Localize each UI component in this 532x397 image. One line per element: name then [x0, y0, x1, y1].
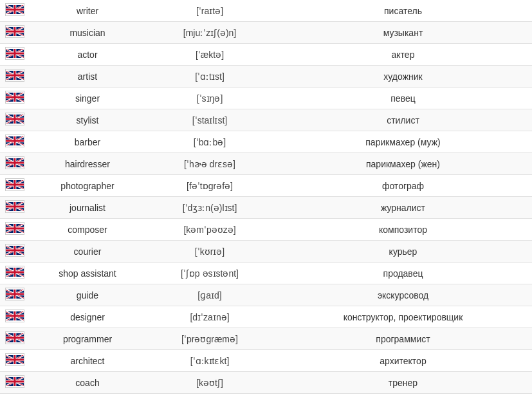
transcription: [ˈɑːtɪst]: [145, 66, 274, 88]
flag-cell: [0, 350, 30, 372]
table-row: guide [ɡaɪd] экскурсовод: [0, 284, 532, 306]
english-word: artist: [30, 66, 145, 88]
transcription: [ˈkʊrɪə]: [145, 241, 274, 263]
english-word: athlete: [30, 394, 145, 398]
uk-flag-icon: [5, 200, 24, 213]
flag-cell: [0, 22, 30, 44]
english-word: writer: [30, 0, 145, 22]
flag-cell: [0, 0, 30, 22]
flag-cell: [0, 328, 30, 350]
transcription: [ˈæθɪliːt]: [145, 394, 274, 398]
table-row: actor [ˈæktə] актер: [0, 44, 532, 66]
english-word: courier: [30, 241, 145, 263]
russian-translation: спортсмен: [274, 394, 532, 398]
russian-translation: программист: [274, 328, 532, 350]
table-row: hairdresser [ˈhɚə drɛsə] парикмахер (жен…: [0, 153, 532, 175]
flag-cell: [0, 66, 30, 88]
english-word: shop assistant: [30, 263, 145, 284]
vocabulary-table: writer [ˈraɪtə] писатель musician [mjuːˈ…: [0, 0, 532, 397]
table-row: courier [ˈkʊrɪə] курьер: [0, 241, 532, 263]
flag-cell: [0, 131, 30, 153]
russian-translation: писатель: [274, 0, 532, 22]
flag-cell: [0, 197, 30, 219]
uk-flag-icon: [5, 244, 24, 257]
transcription: [ɡaɪd]: [145, 284, 274, 306]
transcription: [ˈbɑːbə]: [145, 131, 274, 153]
table-row: musician [mjuːˈzɪʃ(ə)n] музыкант: [0, 22, 532, 44]
transcription: [ˈhɚə drɛsə]: [145, 153, 274, 175]
transcription: [ˈɑːkɪtɛkt]: [145, 350, 274, 372]
english-word: actor: [30, 44, 145, 66]
transcription: [ˈprəʊgræmə]: [145, 328, 274, 350]
flag-cell: [0, 263, 30, 284]
uk-flag-icon: [5, 331, 24, 344]
flag-cell: [0, 175, 30, 197]
table-row: singer [ˈsɪŋə] певец: [0, 88, 532, 109]
uk-flag-icon: [5, 353, 24, 366]
english-word: musician: [30, 22, 145, 44]
uk-flag-icon: [5, 375, 24, 388]
transcription: [ˈdʒɜːn(ə)lɪst]: [145, 197, 274, 219]
transcription: [dɪˈzaɪnə]: [145, 306, 274, 328]
uk-flag-icon: [5, 47, 24, 60]
russian-translation: тренер: [274, 372, 532, 394]
uk-flag-icon: [5, 288, 24, 300]
table-row: journalist [ˈdʒɜːn(ə)lɪst] журналист: [0, 197, 532, 219]
uk-flag-icon: [5, 113, 24, 125]
flag-cell: [0, 372, 30, 394]
english-word: hairdresser: [30, 153, 145, 175]
flag-cell: [0, 284, 30, 306]
english-word: composer: [30, 219, 145, 241]
russian-translation: продавец: [274, 263, 532, 284]
transcription: [ˈraɪtə]: [145, 0, 274, 22]
table-row: architect [ˈɑːkɪtɛkt] архитектор: [0, 350, 532, 372]
uk-flag-icon: [5, 266, 24, 279]
table-row: barber [ˈbɑːbə] парикмахер (муж): [0, 131, 532, 153]
english-word: designer: [30, 306, 145, 328]
english-word: journalist: [30, 197, 145, 219]
transcription: [ˈʃɒp əsɪstənt]: [145, 263, 274, 284]
english-word: barber: [30, 131, 145, 153]
uk-flag-icon: [5, 178, 24, 191]
flag-cell: [0, 219, 30, 241]
table-row: stylist [ˈstaɪlɪst] стилист: [0, 109, 532, 131]
flag-cell: [0, 241, 30, 263]
uk-flag-icon: [5, 309, 24, 322]
flag-cell: [0, 153, 30, 175]
uk-flag-icon: [5, 25, 24, 38]
english-word: coach: [30, 372, 145, 394]
transcription: [ˈsɪŋə]: [145, 88, 274, 109]
russian-translation: музыкант: [274, 22, 532, 44]
uk-flag-icon: [5, 156, 24, 169]
transcription: [ˈæktə]: [145, 44, 274, 66]
uk-flag-icon: [5, 91, 24, 104]
table-row: composer [kəmˈpəʊzə] композитор: [0, 219, 532, 241]
russian-translation: экскурсовод: [274, 284, 532, 306]
russian-translation: актер: [274, 44, 532, 66]
uk-flag-icon: [5, 134, 24, 147]
flag-cell: [0, 306, 30, 328]
russian-translation: певец: [274, 88, 532, 109]
english-word: singer: [30, 88, 145, 109]
uk-flag-icon: [5, 3, 24, 16]
transcription: [kəʊtʃ]: [145, 372, 274, 394]
table-row: coach [kəʊtʃ] тренер: [0, 372, 532, 394]
table-row: artist [ˈɑːtɪst] художник: [0, 66, 532, 88]
russian-translation: архитектор: [274, 350, 532, 372]
russian-translation: художник: [274, 66, 532, 88]
flag-cell: [0, 109, 30, 131]
english-word: guide: [30, 284, 145, 306]
russian-translation: фотограф: [274, 175, 532, 197]
russian-translation: парикмахер (жен): [274, 153, 532, 175]
english-word: programmer: [30, 328, 145, 350]
uk-flag-icon: [5, 222, 24, 235]
english-word: photographer: [30, 175, 145, 197]
russian-translation: конструктор, проектировщик: [274, 306, 532, 328]
transcription: [kəmˈpəʊzə]: [145, 219, 274, 241]
table-row: shop assistant [ˈʃɒp əsɪstənt] продавец: [0, 263, 532, 284]
russian-translation: стилист: [274, 109, 532, 131]
table-row: writer [ˈraɪtə] писатель: [0, 0, 532, 22]
table-row: programmer [ˈprəʊgræmə] программист: [0, 328, 532, 350]
russian-translation: журналист: [274, 197, 532, 219]
table-row: designer [dɪˈzaɪnə] конструктор, проекти…: [0, 306, 532, 328]
